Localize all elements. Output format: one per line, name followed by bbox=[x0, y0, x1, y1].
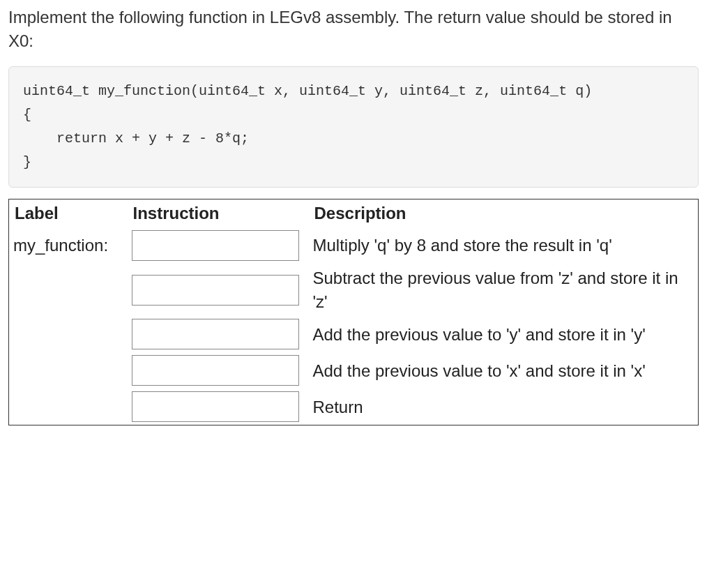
row-description: Multiply 'q' by 8 and store the result i… bbox=[309, 227, 699, 264]
instruction-input[interactable] bbox=[132, 230, 299, 261]
row-description: Return bbox=[309, 389, 699, 425]
row-label: my_function: bbox=[9, 227, 128, 264]
prompt-text: Implement the following function in LEGv… bbox=[8, 6, 699, 52]
row-instruction-cell bbox=[128, 352, 309, 389]
row-description: Add the previous value to 'y' and store … bbox=[309, 316, 699, 352]
row-instruction-cell bbox=[128, 227, 309, 264]
instruction-input[interactable] bbox=[132, 275, 299, 306]
row-label bbox=[9, 316, 128, 352]
header-description: Description bbox=[309, 199, 699, 228]
table-row: Return bbox=[9, 389, 699, 425]
table-row: Add the previous value to 'x' and store … bbox=[9, 352, 699, 389]
code-block: uint64_t my_function(uint64_t x, uint64_… bbox=[8, 66, 699, 188]
row-label bbox=[9, 264, 128, 316]
row-description: Subtract the previous value from 'z' and… bbox=[309, 264, 699, 316]
row-instruction-cell bbox=[128, 264, 309, 316]
row-instruction-cell bbox=[128, 316, 309, 352]
header-label: Label bbox=[9, 199, 128, 228]
row-label bbox=[9, 352, 128, 389]
instruction-input[interactable] bbox=[132, 391, 299, 422]
table-row: Subtract the previous value from 'z' and… bbox=[9, 264, 699, 316]
table-row: my_function: Multiply 'q' by 8 and store… bbox=[9, 227, 699, 264]
instruction-input[interactable] bbox=[132, 319, 299, 349]
header-instruction: Instruction bbox=[128, 199, 309, 228]
row-description: Add the previous value to 'x' and store … bbox=[309, 352, 699, 389]
instruction-input[interactable] bbox=[132, 355, 299, 386]
row-label bbox=[9, 389, 128, 425]
row-instruction-cell bbox=[128, 389, 309, 425]
answer-table: Label Instruction Description my_functio… bbox=[8, 199, 699, 425]
table-row: Add the previous value to 'y' and store … bbox=[9, 316, 699, 352]
